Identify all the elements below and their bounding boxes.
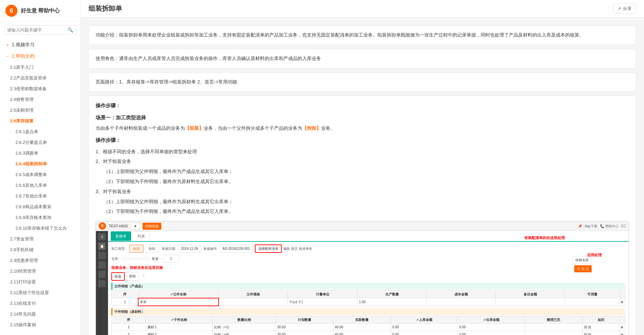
mock-sidebar-icon-2[interactable]: 📋	[98, 242, 106, 250]
mock-confirm-btn-area: 立 实 立	[572, 265, 592, 272]
mock-date-field[interactable]: 2019-12-26	[178, 245, 200, 253]
mock-type-btns: 组装 拆卸	[129, 245, 159, 253]
sidebar-item-assembly[interactable]: 2.6.4组装拆卸单	[0, 159, 80, 169]
mock-qty-field[interactable]: 1	[163, 255, 179, 263]
share-icon: ↗	[618, 6, 621, 11]
sidebar-item-sales[interactable]: 2.4销售管理	[0, 94, 80, 105]
sidebar-item-other-in[interactable]: 2.6.6其他入库单	[0, 180, 80, 191]
mock-form-row1: 加工类型 : 组装 拆卸 单据日期: 2019-12-26 单据编号: AD-2…	[111, 244, 625, 253]
callout-arrow: ↑	[143, 272, 145, 281]
mock-left-sidebar: ☰ 📋	[96, 231, 108, 335]
search-input[interactable]	[7, 27, 67, 33]
mock-sidebar-icon-3[interactable]	[98, 252, 106, 259]
step-3-1: （1）上部明细为父件明细，最终作为原材料生成其它出库单；	[104, 198, 629, 206]
sidebar-header: 6 好生意 帮助中心	[0, 0, 80, 22]
mock-right-icons: 📌 App下载 📞 帮助中心 CC	[578, 223, 626, 229]
sidebar-item-stock-query[interactable]: 2.6.9库存账本查询	[0, 212, 80, 223]
role-card: 使用角色：通常由生产人员或库管人员完成拆装业务的操作，库管人员确认原材料的出库和…	[89, 49, 636, 68]
main-area: 组装拆卸单 ↗ 分享 功能介绍：组装拆卸单用来处理企业组装或拆卸等加工业务，支持…	[80, 0, 644, 335]
scenario-title: 场景一：加工类型选择	[96, 113, 629, 122]
mock-sidebar-icon-4[interactable]	[98, 261, 106, 269]
app-logo: 6	[5, 5, 17, 17]
sidebar-item-cost-adjust[interactable]: 2.6.5成本调整单	[0, 169, 80, 180]
intro-card: 功能介绍：组装拆卸单用来处理企业组装或拆卸等加工业务，支持有固定装配清单的产品加…	[89, 25, 636, 45]
mock-child-table: 序 ✓子件名称 数量比例 计划数量 实际数量 ✓上库金额 ✓出库金额 整理已完	[111, 316, 625, 335]
mock-topbar: 6 TEST-H002 ▼ 同期新建 📌 App下载 📞 帮助中心 CC	[96, 221, 629, 231]
mock-parent-table: 序 ✓父件名称 父件规格 计量单位 生产数量 成本金额 备注金额 可用量	[111, 290, 625, 306]
search-box[interactable]: 🔍	[4, 25, 76, 35]
sidebar-item-docs[interactable]: － 2.帮助文档	[0, 51, 80, 62]
mock-main-content: 新建单 列表 加工类型 : 组装	[108, 231, 629, 335]
mock-type-assembly[interactable]: 组装	[129, 245, 144, 253]
mock-form-row2: 仓库: 数量 : 1	[111, 255, 625, 263]
ops-heading: 操作步骤：	[96, 101, 629, 110]
mock-table-child-header: 子件明细（原材料）	[111, 308, 625, 315]
mock-bom-btn[interactable]: 选择配料清单	[255, 244, 282, 253]
mock-tab-list[interactable]: 列表	[132, 231, 150, 241]
sidebar-item-adjust[interactable]: 2.6.3调拨单	[0, 148, 80, 159]
mock-sidebar-icon-6[interactable]	[98, 280, 106, 287]
callout-text-type: 组装业务、拆卸业务在这里切换	[111, 265, 625, 271]
disassemble-highlight: 【拆卸】	[302, 125, 321, 131]
topbar: 组装拆卸单 ↗ 分享	[80, 0, 644, 17]
sidebar-item-personalize[interactable]: 2.12系统个性化设置	[0, 287, 80, 298]
mock-type-select-highlighted[interactable]: 组装	[111, 272, 125, 281]
sidebar-item-coupon[interactable]: 2.9优惠券管理	[0, 255, 80, 266]
mock-child-row-1: 1 属材 1 比例（×1) 30.00 40.00 0.00 0.00	[112, 323, 625, 331]
sidebar-item-online-pay[interactable]: 2.13在线支付	[0, 298, 80, 309]
sidebar-item-other-out[interactable]: 2.6.7其他出库单	[0, 191, 80, 202]
sidebar-item-inventory[interactable]: 2.6库存核算	[0, 116, 80, 126]
step-3: 3、对于拆装业务	[96, 188, 629, 196]
mock-new-btn[interactable]: 同期新建	[143, 223, 161, 230]
sidebar-item-cases[interactable]: 2.15操作案例	[0, 320, 80, 330]
collapse-icon: －	[5, 53, 10, 59]
mock-logo: 6	[99, 222, 106, 230]
sidebar-item-data-prep[interactable]: 2.3使用前数据准备	[0, 83, 80, 94]
sidebar-item-ops[interactable]: 2.10经营管理	[0, 266, 80, 277]
mock-type-disassemble[interactable]: 拆卸	[145, 245, 159, 253]
role-text: 使用角色：通常由生产人员或库管人员完成拆装业务的操作，库管人员确认原材料的出库和…	[96, 56, 321, 61]
sidebar-item-cost-recalc[interactable]: 2.6.8商品成本重算	[0, 202, 80, 212]
share-button[interactable]: ↗ 分享	[613, 4, 636, 14]
step-1: 1、根据不同的业务，选择不同单据的类型来处理	[96, 148, 629, 156]
mock-tab-active[interactable]: 新建单	[111, 231, 131, 241]
sidebar-item-beginner[interactable]: 2.1新手入门	[0, 62, 80, 73]
expand-icon: ＋	[5, 42, 10, 48]
page-title: 组装拆卸单	[89, 4, 122, 13]
sidebar-item-print[interactable]: 2.11打印设置	[0, 277, 80, 287]
mock-sidebar-icon-1[interactable]: ☰	[98, 233, 106, 240]
app-name: 好生意 帮助中心	[21, 7, 60, 14]
step-2: 2、对于组装业务	[96, 158, 629, 166]
sidebar-item-purchase[interactable]: 2.5采购管理	[0, 105, 80, 116]
sidebar-item-mobile[interactable]: 2.8手机旺铺	[0, 244, 80, 255]
sidebar-item-video[interactable]: ＋ 1.视频学习	[0, 39, 80, 51]
ops-card: 操作步骤： 场景一：加工类型选择 当由多个子件材料组装成一个成品的业务为【组装】…	[89, 96, 636, 335]
sidebar-item-finance[interactable]: 2.7资金管理	[0, 234, 80, 244]
path-card: 页面路径：1、库存核算->库存管理->组装拆卸单 2、首页->常用功能	[89, 72, 636, 92]
callout-enable-text: 启用处理	[587, 252, 602, 258]
callout-text-bom: 有装配清单的在这里处理	[524, 235, 565, 241]
mock-sidebar-icon-5[interactable]	[98, 271, 106, 278]
mock-form-area: 加工类型 : 组装 拆卸 单据日期: 2019-12-26 单据编号: AD-2…	[108, 242, 629, 335]
mock-app-name: TEST-H002	[109, 223, 128, 229]
mock-doc-no-field[interactable]: AD-20191226-001	[220, 245, 252, 253]
mock-child-row-2: 2 属材 2 比例（×4) 30.00 40.00 0.00 0.00	[112, 331, 625, 335]
mock-callout-bom: 选择配料清单 编辑 提交 核准单价	[255, 244, 312, 253]
mock-confirm-btn[interactable]: 立 实 立	[574, 265, 592, 272]
sidebar-item-account-error[interactable]: 2.6.10库存账本错了怎么办	[0, 223, 80, 234]
path-text: 页面路径：1、库存核算->库存管理->组装拆卸单 2、首页->常用功能	[96, 79, 237, 85]
step-3-2: （2）下部明细为子件明细，最终作为产成品生成其它入库单。	[104, 208, 629, 216]
callout-enable: 供销仓库 立 实 立	[572, 256, 592, 272]
ops-steps-heading: 操作步骤：	[96, 136, 629, 145]
sidebar-item-install[interactable]: 2.2产品安装及登录	[0, 73, 80, 83]
mock-type-select-2[interactable]: 拆卸	[126, 272, 139, 281]
mock-dropdown[interactable]: ▼	[130, 223, 140, 230]
intro-text: 功能介绍：组装拆卸单用来处理企业组装或拆卸等加工业务，支持有固定装配清单的产品加…	[96, 32, 584, 38]
mock-warehouse-field[interactable]	[122, 258, 149, 260]
step-2-2: （2）下部明细为子件明细，最终作为原材料生成其它出库单。	[104, 178, 629, 186]
sidebar-item-faq[interactable]: 2.14常见问题	[0, 309, 80, 320]
scenario-desc: 当由多个子件材料组装成一个成品的业务为【组装】业务，当由一个父件拆分成多个子产品…	[96, 124, 629, 132]
step-2-1: （1）上部明细为父件明细，最终作为产成品生成其它入库单；	[104, 168, 629, 176]
sidebar-item-stocktake[interactable]: 2.6.1盘点单	[0, 126, 80, 137]
sidebar-item-split-stock[interactable]: 2.6.2分量盘点单	[0, 137, 80, 148]
